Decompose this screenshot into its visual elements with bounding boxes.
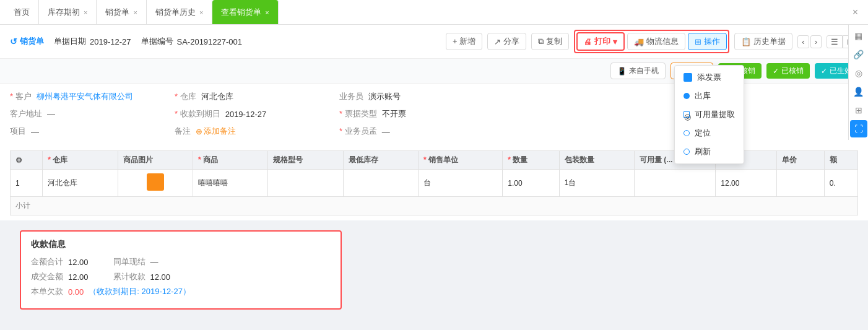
print-icon: 🖨 <box>584 37 592 46</box>
payment-row-1: 金额合计 12.00 同单现结 — <box>31 256 331 267</box>
dropdown-outbound[interactable]: 出库 <box>675 87 744 105</box>
logistics-icon: 🚚 <box>634 37 644 46</box>
cumulative-label: 累计收款 <box>113 271 145 282</box>
tab-inventory[interactable]: 库存期初 × <box>39 0 97 24</box>
tab-sales[interactable]: 销货单 × <box>97 0 146 24</box>
warehouse-field: 仓库 河北仓库 <box>175 91 329 102</box>
staff-field: 业务员 演示账号 <box>339 91 494 102</box>
cell-unitprice <box>777 170 825 197</box>
warehouse-value: 河北仓库 <box>201 91 233 102</box>
available-icon: ◎ <box>684 111 690 118</box>
col-unitprice: 单价 <box>777 151 825 170</box>
dropdown-locate[interactable]: 定位 <box>675 124 744 142</box>
toolbar: + 新增 ↗ 分享 ⧉ 复制 🖨 打印 ▾ 🚚 物流信息 ⊞ 操作 <box>446 30 858 53</box>
share-button[interactable]: ↗ 分享 <box>487 33 526 50</box>
refresh-icon <box>684 149 690 155</box>
due-item: 本单欠款 0.00 （收款到期日: 2019-12-27） <box>31 286 191 297</box>
customer-field: 客户 柳州粤港平安气体有限公司 <box>10 91 165 102</box>
operation-dropdown: 添发票 出库 ◎ 可用量提取 定位 刷新 <box>674 65 744 164</box>
col-image: 商品图片 <box>118 151 193 170</box>
total-label: 金额合计 <box>31 256 63 267</box>
sold-button[interactable]: ✓ 已核销 <box>766 63 810 79</box>
due-value: 0.00 <box>68 287 84 297</box>
project-label: 项目 <box>10 126 26 137</box>
print-dropdown-arrow: ▾ <box>613 37 617 46</box>
note-field: 备注 ⊕ 添加备注 <box>175 126 329 137</box>
customer-label: 客户 <box>10 91 32 102</box>
deal-item: 成交金额 12.00 <box>31 271 89 282</box>
operation-button[interactable]: ⊞ 操作 <box>688 33 727 50</box>
cell-available <box>635 170 716 197</box>
tab-inventory-close[interactable]: × <box>84 9 87 16</box>
col-gear[interactable]: ⚙ <box>11 151 43 170</box>
tab-sales-close[interactable]: × <box>133 9 137 16</box>
window-close[interactable]: × <box>848 7 863 18</box>
doc-header: ↺ 销货单 单据日期 2019-12-27 单据编号 SA-20191227-0… <box>0 25 868 59</box>
history-button[interactable]: 📋 历史单据 <box>734 33 792 50</box>
sidebar-circle-icon[interactable]: ◎ <box>850 64 867 82</box>
sidebar-link-icon[interactable]: 🔗 <box>850 46 867 63</box>
payment-row-2: 成交金额 12.00 累计收款 12.00 <box>31 271 331 282</box>
ticket-value: 不开票 <box>382 108 406 119</box>
cumulative-item: 累计收款 12.00 <box>113 271 171 282</box>
tab-view-sales-close[interactable]: × <box>265 9 269 16</box>
next-button[interactable]: › <box>810 35 822 48</box>
nav-arrows: ‹ › <box>797 35 822 48</box>
warehouse-label: 仓库 <box>175 91 196 102</box>
due-label: 本单欠款 <box>31 286 63 297</box>
add-note-button[interactable]: ⊕ 添加备注 <box>196 126 236 137</box>
sidebar-layout-icon[interactable]: ▦ <box>850 27 867 45</box>
staff-value: 演示账号 <box>368 91 401 102</box>
same-order-value: — <box>150 258 158 267</box>
copy-button[interactable]: ⧉ 复制 <box>531 33 569 50</box>
staff2-value: — <box>382 127 390 136</box>
locate-icon <box>684 130 690 136</box>
col-product: 商品 <box>193 151 267 170</box>
cell-packqty: 1台 <box>559 170 634 197</box>
dropdown-add-invoice[interactable]: 添发票 <box>675 68 744 87</box>
due-date-label: 收款到期日 <box>175 108 220 119</box>
staff2-field: 业务员孟 — <box>339 126 494 137</box>
cell-salesunit: 台 <box>418 170 502 197</box>
phone-icon: 📱 <box>617 67 627 76</box>
col-spec: 规格型号 <box>268 151 343 170</box>
address-label: 客户地址 <box>10 108 42 119</box>
payment-container: 收款信息 金额合计 12.00 同单现结 — 成交金额 12.00 累计收款 1… <box>0 220 868 319</box>
list-view-button[interactable]: ☰ <box>827 35 843 48</box>
col-salesunit: 销售单位 <box>418 151 502 170</box>
project-field: 项目 — <box>10 126 165 137</box>
sidebar-user-icon[interactable]: 👤 <box>850 83 867 100</box>
total-item: 金额合计 12.00 <box>31 256 89 267</box>
payment-row-3: 本单欠款 0.00 （收款到期日: 2019-12-27） <box>31 286 331 297</box>
deal-value: 12.00 <box>68 272 89 282</box>
cell-warehouse: 河北仓库 <box>43 170 118 197</box>
cell-num: 1 <box>11 170 43 197</box>
cell-image <box>118 170 193 197</box>
tab-home[interactable]: 首页 <box>5 0 39 24</box>
effective-icon: ✓ <box>821 67 827 76</box>
address-value: — <box>47 110 55 119</box>
sidebar-grid-icon[interactable]: ⊞ <box>850 102 867 119</box>
tab-bar: 首页 库存期初 × 销货单 × 销货单历史 × 查看销货单 × × <box>0 0 868 25</box>
tab-view-sales[interactable]: 查看销货单 × <box>212 0 278 24</box>
dropdown-refresh[interactable]: 刷新 <box>675 142 744 161</box>
outbound-icon <box>684 93 690 99</box>
doc-date-meta: 单据日期 2019-12-27 <box>54 36 131 47</box>
prev-button[interactable]: ‹ <box>797 35 809 48</box>
print-button[interactable]: 🖨 打印 ▾ <box>576 32 625 51</box>
sidebar-expand-icon[interactable]: ⛶ <box>850 120 867 137</box>
from-phone-button[interactable]: 📱 来自手机 <box>610 63 666 79</box>
staff-label: 业务员 <box>339 91 363 102</box>
due-date-value: 2019-12-27 <box>225 110 267 119</box>
tab-sales-history-close[interactable]: × <box>199 9 203 16</box>
logistics-button[interactable]: 🚚 物流信息 <box>627 33 685 50</box>
total-value: 12.00 <box>68 258 89 267</box>
customer-value[interactable]: 柳州粤港平安气体有限公司 <box>37 91 133 102</box>
tab-sales-history[interactable]: 销货单历史 × <box>147 0 212 24</box>
add-icon: ⊕ <box>196 127 202 136</box>
dropdown-available[interactable]: ◎ 可用量提取 <box>675 105 744 124</box>
highlight-group: 🖨 打印 ▾ 🚚 物流信息 ⊞ 操作 <box>574 30 729 53</box>
new-button[interactable]: + 新增 <box>446 33 482 50</box>
payment-title: 收款信息 <box>31 239 331 250</box>
cell-quantity: 1.00 <box>503 170 559 197</box>
